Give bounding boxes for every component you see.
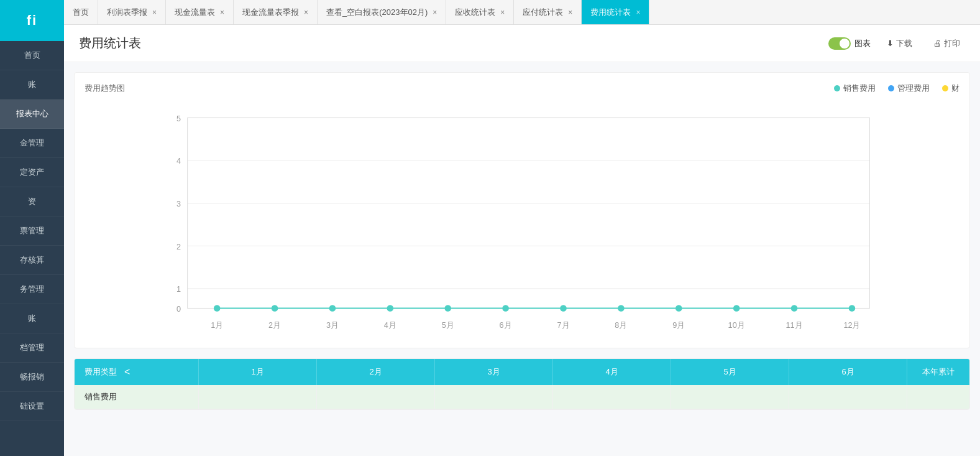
tab-close-cashflow-quarterly[interactable]: × xyxy=(304,8,308,17)
legend-label-sales: 销售费用 xyxy=(843,83,876,94)
sidebar-item-archive[interactable]: 档管理 xyxy=(0,333,64,363)
tab-close-payable[interactable]: × xyxy=(568,8,572,17)
table-cell-sales-m3 xyxy=(435,385,553,409)
tab-cashflow[interactable]: 现金流量表 × xyxy=(166,0,234,24)
table-col-month-6: 6月 xyxy=(789,359,907,385)
legend-label-admin: 管理费用 xyxy=(897,83,930,94)
legend-dot-admin xyxy=(888,85,894,91)
tab-close-blank-report[interactable]: × xyxy=(433,8,437,17)
svg-text:9月: 9月 xyxy=(672,321,685,330)
svg-text:7月: 7月 xyxy=(557,321,569,330)
table-cell-sales-m5 xyxy=(671,385,789,409)
svg-text:11月: 11月 xyxy=(786,321,803,330)
svg-text:8月: 8月 xyxy=(615,321,627,330)
tab-home[interactable]: 首页 xyxy=(64,0,98,24)
sidebar-logo: fi xyxy=(0,0,64,41)
table-cell-sales-m1 xyxy=(199,385,317,409)
chart-section: 费用趋势图 销售费用 管理费用 财 xyxy=(74,72,970,348)
legend-admin: 管理费用 xyxy=(888,83,930,94)
chart-title: 费用趋势图 xyxy=(85,83,125,94)
table-col-month-1: 1月 xyxy=(199,359,317,385)
svg-point-25 xyxy=(214,305,221,312)
table-cell-sales-m4 xyxy=(553,385,671,409)
svg-text:5月: 5月 xyxy=(442,321,454,330)
tab-receivable[interactable]: 应收统计表 × xyxy=(446,0,514,24)
print-icon: 🖨 xyxy=(933,39,941,48)
table-cell-sales-total xyxy=(907,385,969,409)
tab-close-profit-quarterly[interactable]: × xyxy=(152,8,157,17)
chart-svg: 5 4 3 2 1 0 1月 2月 xyxy=(85,101,959,338)
svg-point-36 xyxy=(849,305,856,312)
legend-sales: 销售费用 xyxy=(834,83,876,94)
sidebar-item-inventory[interactable]: 存核算 xyxy=(0,246,64,275)
tab-cashflow-quarterly[interactable]: 现金流量表季报 × xyxy=(234,0,318,24)
table-col-month-3: 3月 xyxy=(435,359,553,385)
svg-point-35 xyxy=(791,305,798,312)
svg-point-32 xyxy=(618,305,625,312)
svg-text:4月: 4月 xyxy=(384,321,396,330)
table-nav-prev[interactable]: < xyxy=(122,366,132,378)
svg-point-29 xyxy=(444,305,451,312)
svg-point-33 xyxy=(675,305,682,312)
sidebar-item-reports[interactable]: 报表中心 xyxy=(0,100,64,129)
svg-text:2月: 2月 xyxy=(268,321,281,330)
svg-text:10月: 10月 xyxy=(728,321,745,330)
download-button[interactable]: ⬇ 下载 xyxy=(882,35,917,52)
svg-point-30 xyxy=(502,305,509,312)
svg-text:3月: 3月 xyxy=(326,321,339,330)
chart-toggle-wrap: 图表 xyxy=(828,37,871,50)
svg-text:0: 0 xyxy=(176,305,181,314)
svg-point-27 xyxy=(329,305,336,312)
tab-expense-stats[interactable]: 费用统计表 × xyxy=(582,0,649,24)
svg-text:3: 3 xyxy=(176,200,181,208)
chart-legend: 销售费用 管理费用 财 xyxy=(834,83,959,94)
svg-point-26 xyxy=(272,305,278,312)
sidebar-item-capital[interactable]: 资 xyxy=(0,187,64,216)
svg-text:1月: 1月 xyxy=(211,321,223,330)
table-cell-type-sales: 销售费用 xyxy=(75,385,199,409)
chart-toggle[interactable] xyxy=(828,37,851,50)
main-area: 首页 利润表季报 × 现金流量表 × 现金流量表季报 × 查看_空白报表(202… xyxy=(64,0,980,456)
table-cell-sales-m6 xyxy=(789,385,907,409)
table-col-total-header: 本年累计 xyxy=(907,359,969,385)
sidebar: fi 首页 账 报表中心 金管理 定资产 资 票管理 存核算 务管理 账 档管理… xyxy=(0,0,64,456)
chart-header: 费用趋势图 销售费用 管理费用 财 xyxy=(85,83,959,94)
download-icon: ⬇ xyxy=(887,39,894,48)
print-button[interactable]: 🖨 打印 xyxy=(928,35,965,52)
svg-text:12月: 12月 xyxy=(843,321,860,330)
table-cell-sales-m2 xyxy=(317,385,435,409)
tab-payable[interactable]: 应付统计表 × xyxy=(514,0,582,24)
svg-point-34 xyxy=(733,305,740,312)
legend-dot-finance xyxy=(942,85,948,91)
tab-close-cashflow[interactable]: × xyxy=(220,8,224,17)
toggle-label: 图表 xyxy=(854,38,871,49)
sidebar-item-home[interactable]: 首页 xyxy=(0,41,64,70)
svg-text:1: 1 xyxy=(176,285,181,294)
sidebar-item-settings[interactable]: 础设置 xyxy=(0,392,64,421)
page-title: 费用统计表 xyxy=(79,35,141,52)
legend-dot-sales xyxy=(834,85,840,91)
sidebar-item-finance[interactable]: 金管理 xyxy=(0,129,64,158)
svg-text:6月: 6月 xyxy=(500,321,512,330)
tab-profit-quarterly[interactable]: 利润表季报 × xyxy=(98,0,166,24)
sidebar-item-assets[interactable]: 定资产 xyxy=(0,158,64,187)
svg-point-31 xyxy=(560,305,567,312)
chart-canvas: 5 4 3 2 1 0 1月 2月 xyxy=(85,101,959,338)
sidebar-item-account[interactable]: 账 xyxy=(0,70,64,100)
svg-point-28 xyxy=(387,305,394,312)
content-area: 费用统计表 图表 ⬇ 下载 🖨 打印 费用趋势图 xyxy=(64,25,980,456)
sidebar-item-ledger[interactable]: 账 xyxy=(0,304,64,333)
tab-blank-report[interactable]: 查看_空白报表(2023年02月) × xyxy=(318,0,446,24)
sidebar-item-service[interactable]: 务管理 xyxy=(0,275,64,304)
svg-text:2: 2 xyxy=(176,243,181,251)
sidebar-item-expense[interactable]: 畅报销 xyxy=(0,363,64,392)
header-actions: 图表 ⬇ 下载 🖨 打印 xyxy=(828,35,965,52)
table-section: 费用类型 < 1月 2月 3月 4月 5月 6月 本年累计 销售费用 xyxy=(74,358,970,410)
table-col-month-2: 2月 xyxy=(317,359,435,385)
tab-close-receivable[interactable]: × xyxy=(500,8,505,17)
tab-close-expense-stats[interactable]: × xyxy=(636,8,640,17)
tab-bar: 首页 利润表季报 × 现金流量表 × 现金流量表季报 × 查看_空白报表(202… xyxy=(64,0,980,25)
page-header: 费用统计表 图表 ⬇ 下载 🖨 打印 xyxy=(64,25,980,62)
svg-text:4: 4 xyxy=(176,157,181,165)
sidebar-item-invoice[interactable]: 票管理 xyxy=(0,216,64,246)
